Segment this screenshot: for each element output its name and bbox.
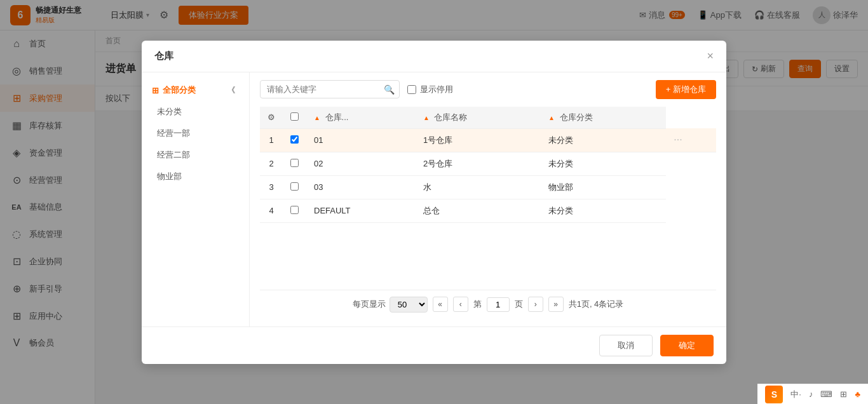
page-size-select[interactable]: 50 10 20 100 [390,297,428,313]
row-more-btn[interactable]: ··· [674,134,682,145]
table-row[interactable]: 2 02 2号仓库 未分类 [260,152,716,175]
page-input[interactable] [487,297,510,312]
row-name: 1号仓库 [416,128,541,152]
total-info: 共1页, 4条记录 [569,299,624,310]
warehouse-table: ⚙ ▲ 仓库... ▲ [260,107,716,223]
bottom-bar: S 中· ♪ ⌨ ⊞ ♣ [757,384,868,404]
row-index: 4 [260,199,283,222]
search-icon[interactable]: 🔍 [384,84,395,95]
bottom-item-5[interactable]: ♣ [855,389,860,399]
row-name: 总仓 [416,199,541,222]
row-checkbox[interactable] [290,206,299,214]
row-code: DEFAULT [306,199,416,222]
category-item-3[interactable]: 物业部 [142,166,249,187]
row-checkbox[interactable] [290,135,299,144]
row-name: 水 [416,175,541,199]
row-checkbox[interactable] [290,182,299,191]
category-item-2[interactable]: 经营二部 [142,144,249,166]
select-all-checkbox[interactable] [290,112,299,121]
show-disabled-label: 显示停用 [407,84,453,95]
dialog-footer: 取消 确定 [142,327,726,364]
dialog-close-btn[interactable]: × [707,50,714,63]
s-logo: S [765,386,783,403]
dialog-title: 仓库 [154,50,173,62]
row-code: 02 [306,152,416,175]
row-category: 未分类 [541,199,666,222]
page-word: 第 [473,299,482,310]
row-category: 物业部 [541,175,666,199]
row-category: 未分类 [541,152,666,175]
category-panel: ⊞ 全部分类 《 未分类 经营一部 经营二部 物业部 [142,72,250,327]
search-input-wrap: 🔍 [260,80,400,98]
per-page-select: 每页显示 50 10 20 100 [353,297,428,313]
pagination: 每页显示 50 10 20 100 « ‹ 第 页 › » [260,290,716,319]
row-name: 2号仓库 [416,152,541,175]
first-page-btn[interactable]: « [433,297,448,312]
bottom-item-3[interactable]: ⌨ [820,389,832,399]
category-item-0[interactable]: 未分类 [142,101,249,123]
col-header-code: ▲ 仓库... [306,107,416,129]
page-unit: 页 [515,299,523,310]
bottom-item-4[interactable]: ⊞ [840,389,847,399]
last-page-btn[interactable]: » [548,297,564,312]
col-header-name: ▲ 仓库名称 [416,107,541,129]
sort-icon-code: ▲ [314,114,320,121]
row-index: 1 [260,128,283,152]
per-page-label: 每页显示 [353,299,386,310]
table-container: ⚙ ▲ 仓库... ▲ [260,107,716,282]
grid-icon: ⊞ [152,86,159,95]
table-row[interactable]: 1 01 1号仓库 未分类 ··· [260,128,716,152]
dialog-header: 仓库 × [142,41,726,72]
confirm-btn[interactable]: 确定 [660,335,714,356]
row-checkbox[interactable] [290,159,299,167]
sort-icon-name: ▲ [423,114,430,121]
search-bar: 🔍 显示停用 + 新增仓库 [260,80,716,99]
sort-icon-cat: ▲ [548,114,555,121]
show-disabled-text: 显示停用 [420,84,453,95]
col-header-settings[interactable]: ⚙ [260,107,283,129]
show-disabled-checkbox[interactable] [407,85,416,94]
settings-col-icon: ⚙ [268,112,275,122]
table-row[interactable]: 3 03 水 物业部 [260,175,716,199]
dialog-body: ⊞ 全部分类 《 未分类 经营一部 经营二部 物业部 🔍 [142,72,726,327]
bottom-item-1[interactable]: 中· [790,389,801,400]
bottom-item-2[interactable]: ♪ [809,389,813,399]
row-category: 未分类 [541,128,666,152]
row-code: 01 [306,128,416,152]
prev-page-btn[interactable]: ‹ [453,297,468,312]
row-index: 2 [260,152,283,175]
add-warehouse-btn[interactable]: + 新增仓库 [656,80,716,99]
table-row[interactable]: 4 DEFAULT 总仓 未分类 [260,199,716,222]
dialog-overlay: 仓库 × ⊞ 全部分类 《 未分类 经营一部 经营二部 物业部 [0,0,868,404]
col-header-category: ▲ 仓库分类 [541,107,666,129]
next-page-btn[interactable]: › [528,297,543,312]
warehouse-dialog: 仓库 × ⊞ 全部分类 《 未分类 经营一部 经营二部 物业部 [142,41,726,364]
row-index: 3 [260,175,283,199]
col-header-checkbox[interactable] [283,107,306,129]
cancel-btn[interactable]: 取消 [599,335,653,356]
search-input[interactable] [260,80,400,98]
row-code: 03 [306,175,416,199]
table-panel: 🔍 显示停用 + 新增仓库 ⚙ [250,72,726,327]
category-title: 全部分类 [163,84,196,96]
category-header[interactable]: ⊞ 全部分类 《 [142,80,249,101]
category-item-1[interactable]: 经营一部 [142,123,249,144]
collapse-btn[interactable]: 《 [224,84,239,97]
